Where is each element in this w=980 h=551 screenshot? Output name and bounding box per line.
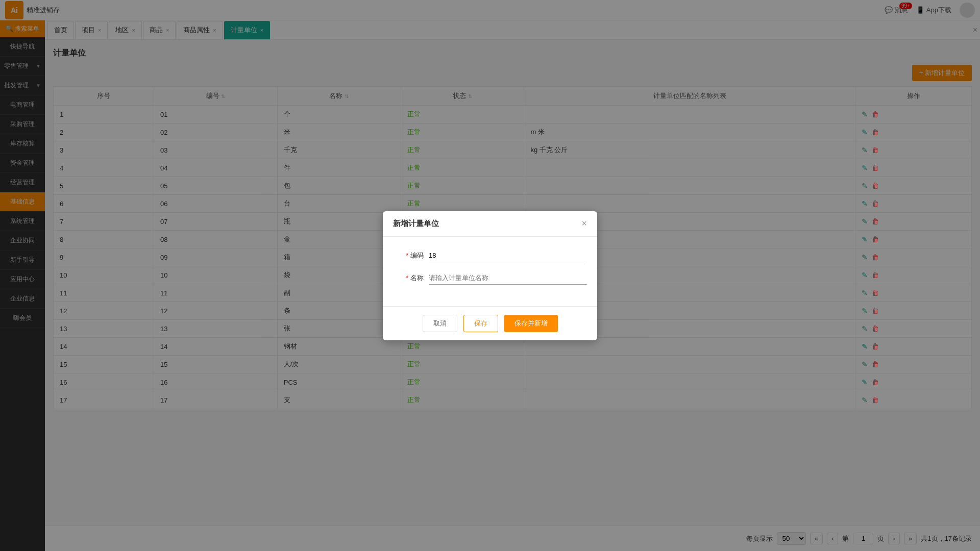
code-input[interactable] <box>429 249 587 262</box>
code-label: 编码 <box>393 251 429 260</box>
modal-box: 新增计量单位 × 编码 名称 取消 保存 保存并新增 <box>383 211 597 340</box>
form-row-code: 编码 <box>393 249 587 262</box>
modal-header: 新增计量单位 × <box>383 211 597 237</box>
modal-close-btn[interactable]: × <box>581 218 587 229</box>
name-input[interactable] <box>429 271 587 285</box>
cancel-button[interactable]: 取消 <box>423 315 457 332</box>
save-button[interactable]: 保存 <box>463 315 498 332</box>
modal-footer: 取消 保存 保存并新增 <box>383 306 597 340</box>
save-and-new-button[interactable]: 保存并新增 <box>504 315 558 332</box>
modal-overlay: 新增计量单位 × 编码 名称 取消 保存 保存并新增 <box>0 0 980 551</box>
modal-title: 新增计量单位 <box>393 219 439 229</box>
name-label: 名称 <box>393 273 429 283</box>
modal-body: 编码 名称 <box>383 237 597 306</box>
app-wrapper: Ai 精准进销存 💬 消息 99+ 📱 App下载 🔍 搜索菜单 <box>0 0 980 551</box>
form-row-name: 名称 <box>393 271 587 285</box>
